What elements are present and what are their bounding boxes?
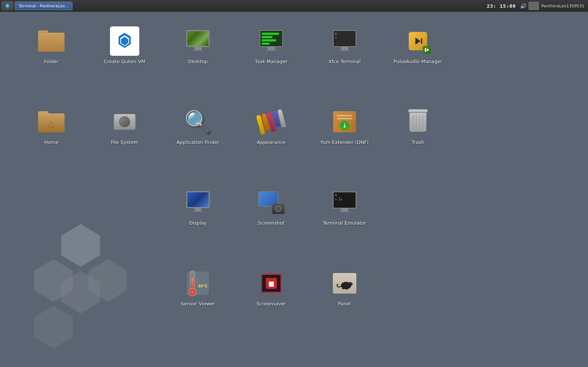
package-box: ↓: [333, 111, 356, 132]
screensaver-shape: ■: [259, 272, 284, 295]
ss-lens: [275, 206, 281, 212]
yum-extender-icon-item[interactable]: ↓ Yum Extender (DNF): [315, 103, 374, 184]
pulseaudio-img: [403, 26, 433, 56]
tm-base: [266, 50, 277, 51]
application-finder-label: Application Finder: [177, 139, 220, 146]
download-circle: ↓: [340, 121, 349, 130]
task-bar-1: [262, 33, 279, 35]
task-manager-img: [257, 26, 286, 56]
filesystem-shape: [111, 111, 138, 132]
xterm-base: [339, 50, 350, 51]
panel-shape: [332, 272, 357, 295]
trash-label: Trash: [412, 139, 424, 146]
create-qubes-vm-img: [110, 26, 139, 56]
trash-lid: [408, 109, 427, 112]
file-system-icon-item[interactable]: File System: [95, 103, 154, 184]
magnifier-symbol: 🔍: [184, 109, 212, 135]
application-finder-icon-item[interactable]: 🔍 Application Finder: [169, 103, 227, 184]
task-manager-icon-item[interactable]: Task Manager: [242, 23, 301, 103]
folder-body: [38, 33, 65, 52]
svg-rect-10: [425, 48, 426, 52]
svg-marker-8: [415, 37, 420, 45]
folder-shape: [38, 30, 65, 52]
display-shape: [185, 191, 211, 214]
color-strips: [256, 109, 287, 135]
yum-shape: ↓: [331, 109, 358, 135]
tm-stand: [268, 47, 275, 50]
screensaver-icon-item[interactable]: ■ Screensaver: [242, 265, 301, 346]
panel-img: [330, 269, 359, 298]
pulse-shape: [405, 28, 431, 54]
username-label: PantheraLeo1359531: [540, 4, 586, 8]
te-stand: [341, 208, 348, 211]
folder-icon-item[interactable]: Folder: [22, 23, 81, 103]
ssaver-inner: ■: [266, 278, 277, 289]
task-bar-2: [262, 36, 272, 38]
folder-label: Folder: [44, 59, 59, 65]
qubes-icon: Q: [5, 3, 10, 8]
thermo-bulb: [188, 288, 196, 296]
panel-label: Panel: [338, 301, 351, 307]
hdd-platter: [119, 116, 130, 127]
appearance-img: [257, 107, 286, 137]
trash-icon-item[interactable]: Trash: [389, 103, 447, 184]
sensor-shape: 30°C: [187, 272, 209, 295]
taskmanager-screen: [260, 30, 283, 47]
appearance-shape: [258, 109, 284, 135]
appfinder-shape: 🔍: [185, 109, 211, 135]
desktop-icon-img: [183, 26, 213, 56]
terminal-window-button[interactable]: Terminal - PantheraLeo...: [15, 1, 73, 10]
hdd-body: [113, 113, 136, 130]
display-icon-item[interactable]: Display: [169, 184, 227, 265]
screenshot-shape: [258, 191, 284, 214]
sensor-viewer-img: 30°C: [183, 269, 213, 298]
svg-rect-9: [421, 39, 422, 44]
yum-extender-img: ↓: [330, 107, 359, 137]
trash-body: [409, 113, 426, 132]
te-stand-group: [339, 208, 350, 212]
pulse-overlay-svg: [424, 47, 429, 52]
screensaver-label: Screensaver: [257, 301, 286, 307]
home-icon-item[interactable]: ⌂ Home: [22, 103, 81, 184]
panel-icon-item[interactable]: Panel: [315, 265, 374, 346]
pulseaudio-icon-item[interactable]: PulseAudio Manager: [389, 23, 447, 103]
svg-point-19: [346, 288, 348, 290]
file-system-img: [110, 107, 139, 137]
qubes-logo-svg: [115, 32, 134, 51]
qubes-app-button[interactable]: Q: [1, 1, 13, 10]
screensaver-img: ■: [257, 269, 286, 298]
display-stand: [195, 208, 201, 211]
trash-line-2: [416, 116, 417, 129]
trash-lines: [409, 113, 426, 132]
te-prompt-2: > ls: [335, 198, 354, 201]
pkg-line-2: [337, 118, 352, 119]
appearance-icon-item[interactable]: Appearance: [242, 103, 301, 184]
xterm-prompt-1: $ _: [335, 32, 354, 36]
desktop-icon-item[interactable]: Desktop: [169, 23, 227, 103]
svg-rect-11: [427, 49, 429, 51]
termemu-shape: $ _ > ls: [332, 192, 357, 214]
terminal-emulator-icon-item[interactable]: $ _ > ls Terminal Emulator: [315, 184, 374, 265]
clock: 23: 15:00: [485, 3, 518, 9]
monitor-screen: [186, 30, 210, 47]
create-qubes-vm-label: Create Qubes VM: [104, 59, 145, 65]
te-prompt-1: $ _: [335, 194, 354, 197]
taskbar-thumbnail[interactable]: [529, 2, 539, 10]
home-img: ⌂: [37, 107, 66, 137]
panel-box: [333, 273, 356, 294]
volume-icon[interactable]: 🔊: [519, 3, 528, 9]
ss-camera: [272, 204, 284, 214]
te-base: [339, 211, 350, 212]
sensor-viewer-icon-item[interactable]: 30°C Sensor Viewer: [169, 265, 227, 346]
create-qubes-vm-icon-item[interactable]: Create Qubes VM: [95, 23, 154, 103]
display-label: Display: [189, 220, 207, 226]
display-stand-group: [193, 208, 203, 212]
screenshot-icon-item[interactable]: Screenshot: [242, 184, 301, 265]
terminal-emulator-label: Terminal Emulator: [323, 220, 366, 226]
xfce-terminal-label: Xfce Terminal: [328, 59, 361, 65]
svg-point-18: [342, 288, 344, 289]
pkg-line-1: [337, 115, 352, 116]
taskbar-right: 23: 15:00 🔊 PantheraLeo1359531: [485, 2, 588, 10]
xfce-terminal-icon-item[interactable]: $ _ > Xfce Terminal: [315, 23, 374, 103]
xterm-screen: $ _ >: [333, 30, 356, 47]
